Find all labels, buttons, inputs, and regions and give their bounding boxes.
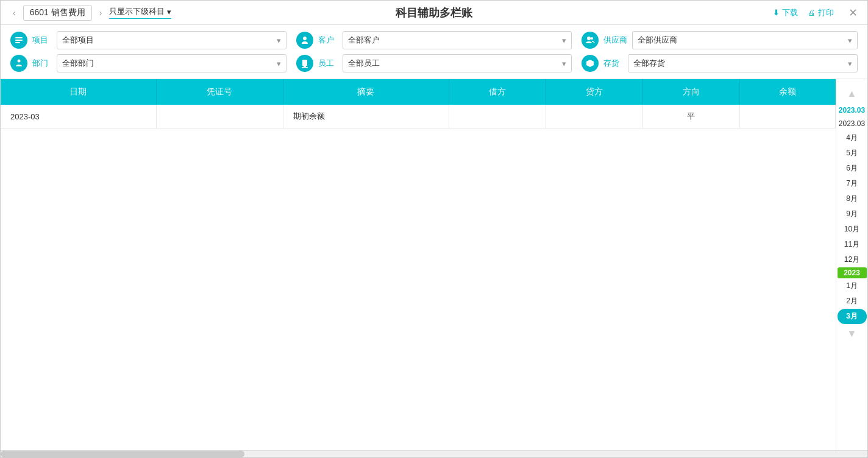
employee-select[interactable]: 全部员工 ▾ bbox=[343, 54, 572, 72]
table-row[interactable]: 2023-03 期初余额 平 bbox=[1, 105, 836, 129]
svg-rect-6 bbox=[302, 60, 307, 66]
project-icon bbox=[10, 32, 27, 49]
customer-icon bbox=[296, 32, 313, 49]
svg-rect-7 bbox=[304, 66, 306, 67]
sidebar-period-item[interactable]: 12月 bbox=[838, 252, 867, 267]
filter-item-employee: 员工 全部员工 ▾ bbox=[296, 54, 572, 72]
filter-item-customer: 客户 全部客户 ▾ bbox=[296, 31, 572, 49]
col-direction: 方向 bbox=[642, 79, 739, 105]
sidebar-period-item[interactable]: 2023 bbox=[838, 267, 867, 278]
sidebar-period-item[interactable]: 6月 bbox=[838, 161, 867, 176]
print-icon: 🖨 bbox=[808, 8, 816, 17]
horizontal-scrollbar[interactable] bbox=[1, 450, 867, 457]
cell-date: 2023-03 bbox=[1, 105, 156, 129]
scrollbar-thumb[interactable] bbox=[1, 451, 244, 457]
main-window: ‹ 6601 销售费用 › 只显示下级科目 ▾ 科目辅助多栏账 ⬇ 下载 🖨 打… bbox=[0, 0, 868, 458]
employee-value: 全部员工 bbox=[348, 58, 380, 69]
employee-label: 员工 bbox=[318, 58, 338, 69]
sidebar-period-item[interactable]: 8月 bbox=[838, 191, 867, 206]
department-select[interactable]: 全部部门 ▾ bbox=[57, 54, 286, 72]
supplier-arrow: ▾ bbox=[848, 36, 852, 45]
sidebar-up-arrow[interactable]: ▲ bbox=[845, 86, 859, 101]
svg-point-5 bbox=[18, 60, 21, 63]
chevron-down-icon: ▾ bbox=[167, 7, 171, 16]
filter-area: 项目 全部项目 ▾ 客户 全部客户 ▾ bbox=[1, 25, 867, 79]
employee-arrow: ▾ bbox=[562, 59, 566, 68]
filter-item-inventory: 存货 全部存货 ▾ bbox=[582, 54, 858, 72]
supplier-icon bbox=[582, 32, 599, 49]
close-button[interactable]: ✕ bbox=[848, 6, 858, 19]
right-sidebar: ▲ 2023.032023.034月5月6月7月8月9月10月11月12月202… bbox=[836, 79, 867, 450]
print-label: 打印 bbox=[818, 7, 834, 18]
col-debit: 借方 bbox=[449, 79, 546, 105]
cell-credit bbox=[546, 105, 642, 129]
supplier-select[interactable]: 全部供应商 ▾ bbox=[632, 31, 858, 49]
inventory-icon bbox=[582, 55, 599, 72]
project-select[interactable]: 全部项目 ▾ bbox=[57, 31, 286, 49]
filter-item-project: 项目 全部项目 ▾ bbox=[10, 31, 286, 49]
show-sub-toggle[interactable]: 只显示下级科目 ▾ bbox=[109, 6, 171, 19]
download-label: 下载 bbox=[782, 7, 798, 18]
cell-summary: 期初余额 bbox=[283, 105, 449, 129]
show-sub-label: 只显示下级科目 bbox=[109, 6, 165, 17]
sidebar-period-item[interactable]: 4月 bbox=[838, 130, 867, 146]
col-balance: 余额 bbox=[739, 79, 835, 105]
sidebar-period-item[interactable]: 11月 bbox=[838, 237, 867, 252]
customer-select[interactable]: 全部客户 ▾ bbox=[343, 31, 572, 49]
download-button[interactable]: ⬇ 下载 bbox=[773, 7, 798, 18]
svg-rect-8 bbox=[302, 67, 308, 68]
filter-item-department: 部门 全部部门 ▾ bbox=[10, 54, 286, 72]
sidebar-period-item[interactable]: 2月 bbox=[838, 294, 867, 309]
supplier-label: 供应商 bbox=[603, 35, 627, 46]
sidebar-period-item[interactable]: 7月 bbox=[838, 176, 867, 191]
sidebar-period-item[interactable]: 2023.03 bbox=[838, 104, 867, 117]
prev-arrow[interactable]: ‹ bbox=[10, 7, 18, 19]
filter-row-2: 部门 全部部门 ▾ 员工 全部员工 ▾ bbox=[10, 54, 858, 72]
sidebar-period-item[interactable]: 9月 bbox=[838, 206, 867, 222]
col-voucher: 凭证号 bbox=[156, 79, 283, 105]
svg-rect-0 bbox=[15, 37, 23, 38]
ledger-table: 日期 凭证号 摘要 借方 贷方 方向 余额 2023-03 期初余额 平 bbox=[1, 79, 836, 129]
inventory-arrow: ▾ bbox=[848, 59, 852, 68]
sidebar-down-arrow[interactable]: ▼ bbox=[845, 326, 859, 341]
sidebar-period-item[interactable]: 5月 bbox=[838, 146, 867, 161]
col-credit: 贷方 bbox=[546, 79, 642, 105]
next-arrow[interactable]: › bbox=[97, 7, 105, 19]
title-bar: ‹ 6601 销售费用 › 只显示下级科目 ▾ 科目辅助多栏账 ⬇ 下载 🖨 打… bbox=[1, 1, 867, 25]
project-arrow: ▾ bbox=[277, 36, 281, 45]
employee-icon bbox=[296, 55, 313, 72]
inventory-label: 存货 bbox=[603, 58, 623, 69]
col-date: 日期 bbox=[1, 79, 156, 105]
svg-point-3 bbox=[587, 37, 591, 40]
customer-value: 全部客户 bbox=[348, 35, 380, 46]
cell-balance bbox=[739, 105, 835, 129]
customer-arrow: ▾ bbox=[562, 36, 566, 45]
project-label: 项目 bbox=[32, 35, 52, 46]
filter-row-1: 项目 全部项目 ▾ 客户 全部客户 ▾ bbox=[10, 31, 858, 49]
department-icon bbox=[10, 55, 27, 72]
print-button[interactable]: 🖨 打印 bbox=[808, 7, 834, 18]
cell-debit bbox=[449, 105, 546, 129]
filter-item-supplier: 供应商 全部供应商 ▾ bbox=[582, 31, 858, 49]
supplier-value: 全部供应商 bbox=[638, 35, 677, 46]
sidebar-period-item[interactable]: 3月 bbox=[838, 309, 867, 324]
department-arrow: ▾ bbox=[277, 59, 281, 68]
inventory-value: 全部存货 bbox=[633, 58, 665, 69]
download-icon: ⬇ bbox=[773, 8, 780, 17]
table-header-row: 日期 凭证号 摘要 借方 贷方 方向 余额 bbox=[1, 79, 836, 105]
account-code: 6601 销售费用 bbox=[23, 5, 92, 21]
svg-point-4 bbox=[591, 37, 593, 40]
svg-rect-1 bbox=[15, 40, 23, 41]
sidebar-period-item[interactable]: 2023.03 bbox=[838, 117, 867, 130]
cell-voucher bbox=[156, 105, 283, 129]
col-summary: 摘要 bbox=[283, 79, 449, 105]
project-value: 全部项目 bbox=[62, 35, 94, 46]
table-container[interactable]: 日期 凭证号 摘要 借方 贷方 方向 余额 2023-03 期初余额 平 bbox=[1, 79, 836, 450]
page-title: 科目辅助多栏账 bbox=[396, 5, 472, 20]
sidebar-period-item[interactable]: 1月 bbox=[838, 278, 867, 294]
inventory-select[interactable]: 全部存货 ▾ bbox=[628, 54, 858, 72]
customer-label: 客户 bbox=[318, 35, 338, 46]
title-actions: ⬇ 下载 🖨 打印 ✕ bbox=[773, 6, 858, 19]
sidebar-period-item[interactable]: 10月 bbox=[838, 222, 867, 237]
svg-rect-2 bbox=[15, 42, 20, 43]
